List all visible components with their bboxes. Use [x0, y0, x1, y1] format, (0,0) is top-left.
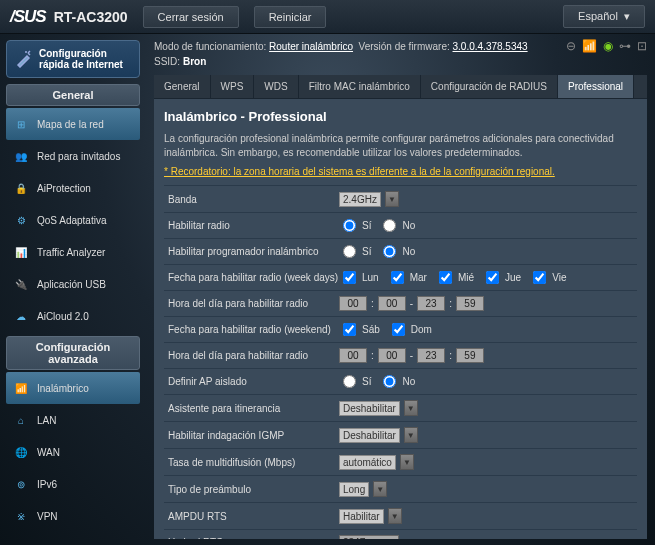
roaming-label: Asistente para itinerancia — [164, 403, 339, 414]
sidebar-item-aicloud[interactable]: ☁AiCloud 2.0 — [6, 300, 140, 332]
wan-icon: 🌐 — [12, 443, 30, 461]
time2-h2[interactable] — [417, 348, 445, 363]
tab-filtro-mac-inalámbrico[interactable]: Filtro MAC inalámbrico — [299, 75, 421, 98]
tab-configuración-de-radius[interactable]: Configuración de RADIUS — [421, 75, 558, 98]
vpn-icon: ※ — [12, 507, 30, 525]
band-label: Banda — [164, 194, 339, 205]
time1-m1[interactable] — [378, 296, 406, 311]
section-advanced: Configuración avanzada — [6, 336, 140, 370]
tab-professional[interactable]: Professional — [558, 75, 634, 98]
wan-icon: ⊖ — [566, 39, 576, 54]
tab-general[interactable]: General — [154, 75, 211, 98]
day-Jue[interactable] — [486, 271, 499, 284]
ampdu-label: AMPDU RTS — [164, 511, 339, 522]
band-select[interactable]: 2.4GHz — [339, 192, 381, 207]
ipv6-icon: ⊚ — [12, 475, 30, 493]
mode-link[interactable]: Router inalámbrico — [269, 41, 353, 52]
sidebar: Configuración rápida de Internet General… — [0, 34, 146, 545]
enable-radio-label: Habilitar radio — [164, 220, 339, 231]
roaming-select[interactable]: Deshabilitar — [339, 401, 400, 416]
aiprotection-icon: 🔒 — [12, 179, 30, 197]
time1-m2[interactable] — [456, 296, 484, 311]
panel-title: Inalámbrico - Professional — [164, 109, 637, 124]
logout-button[interactable]: Cerrar sesión — [143, 6, 239, 28]
sidebar-item-traffic[interactable]: 📊Traffic Analyzer — [6, 236, 140, 268]
preamble-select[interactable]: Long — [339, 482, 369, 497]
usb-icon: ⊶ — [619, 39, 631, 54]
enable-sched-no[interactable] — [383, 245, 396, 258]
rts-label: Umbral RTS — [164, 537, 339, 539]
wand-icon — [15, 50, 33, 68]
sidebar-item-map[interactable]: ⊞Mapa de la red — [6, 108, 140, 140]
time1-h2[interactable] — [417, 296, 445, 311]
fw-link[interactable]: 3.0.0.4.378.5343 — [453, 41, 528, 52]
day-Vie[interactable] — [533, 271, 546, 284]
multicast-label: Tasa de multidifusión (Mbps) — [164, 457, 339, 468]
ssid-value: Bron — [183, 56, 206, 67]
sidebar-item-lan[interactable]: ⌂LAN — [6, 404, 140, 436]
time2-label: Hora del día para habilitar radio — [164, 350, 339, 361]
model-name: RT-AC3200 — [54, 9, 128, 25]
guest-icon: 👥 — [12, 147, 30, 165]
settings-panel: Inalámbrico - Professional La configurac… — [154, 99, 647, 539]
ap-isolated-no[interactable] — [383, 375, 396, 388]
tab-wds[interactable]: WDS — [254, 75, 298, 98]
sidebar-item-vpn[interactable]: ※VPN — [6, 500, 140, 532]
qos-icon: ⚙ — [12, 211, 30, 229]
quick-setup-label: Configuración rápida de Internet — [39, 48, 131, 70]
sidebar-item-wan[interactable]: 🌐WAN — [6, 436, 140, 468]
day-Mié[interactable] — [439, 271, 452, 284]
time2-m1[interactable] — [378, 348, 406, 363]
dropdown-icon[interactable]: ▼ — [400, 454, 414, 470]
sidebar-item-usb[interactable]: 🔌Aplicación USB — [6, 268, 140, 300]
wifi-status-icon: 📶 — [582, 39, 597, 54]
time1-h1[interactable] — [339, 296, 367, 311]
time2-h1[interactable] — [339, 348, 367, 363]
ampdu-select[interactable]: Habilitar — [339, 509, 384, 524]
usb-icon: 🔌 — [12, 275, 30, 293]
dropdown-icon[interactable]: ▼ — [404, 400, 418, 416]
enable-radio-no[interactable] — [383, 219, 396, 232]
sidebar-item-guest[interactable]: 👥Red para invitados — [6, 140, 140, 172]
status-info: ⊖ 📶 ◉ ⊶ ⊡ Modo de funcionamiento: Router… — [154, 39, 647, 69]
brand-logo: /SUS — [10, 7, 46, 27]
aicloud-icon: ☁ — [12, 307, 30, 325]
dropdown-icon[interactable]: ▼ — [385, 191, 399, 207]
ap-isolated-label: Definir AP aislado — [164, 376, 339, 387]
dropdown-icon[interactable]: ▼ — [388, 508, 402, 524]
quick-setup-button[interactable]: Configuración rápida de Internet — [6, 40, 140, 78]
dropdown-icon[interactable]: ▼ — [404, 427, 418, 443]
enable-radio-yes[interactable] — [343, 219, 356, 232]
time2-m2[interactable] — [456, 348, 484, 363]
rts-input[interactable] — [339, 535, 399, 539]
enable-sched-yes[interactable] — [343, 245, 356, 258]
content-area: ⊖ 📶 ◉ ⊶ ⊡ Modo de funcionamiento: Router… — [146, 34, 655, 545]
map-icon: ⊞ — [12, 115, 30, 133]
day-Sáb[interactable] — [343, 323, 356, 336]
tab-bar: GeneralWPSWDSFiltro MAC inalámbricoConfi… — [154, 75, 647, 99]
sidebar-item-ipv6[interactable]: ⊚IPv6 — [6, 468, 140, 500]
multicast-select[interactable]: automático — [339, 455, 396, 470]
section-general: General — [6, 84, 140, 106]
sidebar-item-qos[interactable]: ⚙QoS Adaptativa — [6, 204, 140, 236]
dropdown-icon[interactable]: ▼ — [373, 481, 387, 497]
sidebar-item-aiprotection[interactable]: 🔒AiProtection — [6, 172, 140, 204]
lan-icon: ⌂ — [12, 411, 30, 429]
status-icons: ⊖ 📶 ◉ ⊶ ⊡ — [566, 39, 647, 54]
timezone-warning[interactable]: * Recordatorio: la zona horaria del sist… — [164, 166, 637, 177]
link-status-icon: ◉ — [603, 39, 613, 54]
day-Dom[interactable] — [392, 323, 405, 336]
weekdays-label: Fecha para habilitar radio (week days) — [164, 272, 339, 283]
day-Mar[interactable] — [391, 271, 404, 284]
ap-isolated-yes[interactable] — [343, 375, 356, 388]
time1-label: Hora del día para habilitar radio — [164, 298, 339, 309]
panel-description: La configuración profesional inalámbrica… — [164, 132, 637, 160]
reboot-button[interactable]: Reiniciar — [254, 6, 327, 28]
weekend-label: Fecha para habilitar radio (weekend) — [164, 324, 339, 335]
tab-wps[interactable]: WPS — [211, 75, 255, 98]
sidebar-item-wireless[interactable]: 📶Inalámbrico — [6, 372, 140, 404]
day-Lun[interactable] — [343, 271, 356, 284]
language-select[interactable]: Español ▾ — [563, 5, 645, 28]
traffic-icon: 📊 — [12, 243, 30, 261]
igmp-select[interactable]: Deshabilitar — [339, 428, 400, 443]
